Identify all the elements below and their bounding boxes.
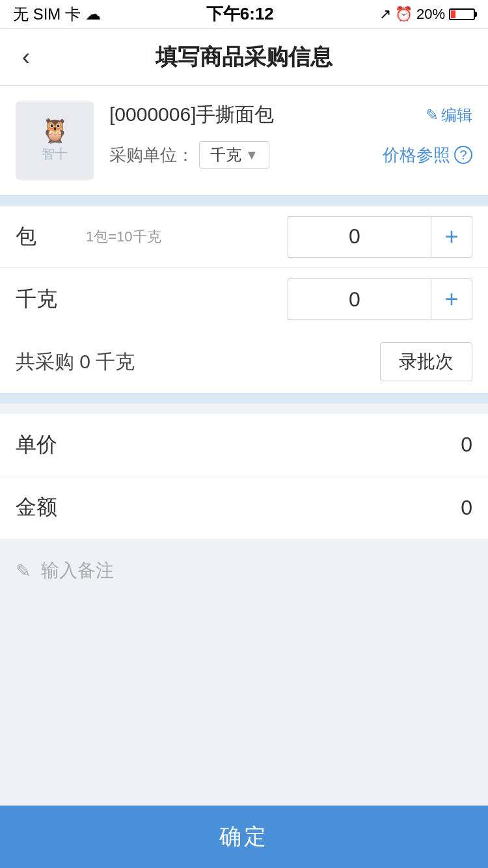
owl-icon: 🦉	[40, 119, 70, 142]
unit-price-label: 单价	[16, 431, 57, 459]
unit-price-row: 单价 0	[0, 414, 488, 476]
dropdown-icon: ▼	[245, 148, 258, 163]
product-name: [0000006]手撕面包	[109, 102, 274, 128]
kg-plus-button[interactable]: +	[431, 278, 472, 320]
edit-icon: ✎	[426, 106, 439, 124]
price-reference-button[interactable]: 价格参照 ?	[383, 144, 472, 167]
product-info: [0000006]手撕面包 ✎ 编辑 采购单位： 千克 ▼ 价格参照 ?	[109, 102, 472, 169]
brand-label: 智十	[42, 145, 68, 163]
kg-input-wrap: +	[288, 278, 472, 320]
unit-value: 千克	[210, 144, 241, 165]
alarm-icon: ⏰	[395, 6, 413, 23]
bag-sublabel: 1包=10千克	[86, 227, 288, 247]
product-name-row: [0000006]手撕面包 ✎ 编辑	[109, 102, 472, 128]
unit-row: 采购单位： 千克 ▼ 价格参照 ?	[109, 141, 472, 169]
product-code: [0000006]	[109, 103, 196, 125]
bag-input-row: 包 1包=10千克 +	[0, 206, 488, 268]
bag-label: 包	[16, 223, 81, 251]
confirm-btn-label: 确定	[219, 822, 269, 852]
batch-button[interactable]: 录批次	[380, 342, 472, 381]
pencil-icon: ✎	[16, 560, 31, 582]
bag-plus-button[interactable]: +	[431, 216, 472, 258]
kg-label: 千克	[16, 285, 81, 314]
summary-row: 共采购 0 千克 录批次	[0, 331, 488, 393]
amount-row: 金额 0	[0, 476, 488, 539]
sim-label: 无 SIM 卡 ☁	[13, 4, 101, 25]
status-right: ↗ ⏰ 20%	[379, 6, 475, 23]
kg-input[interactable]	[288, 278, 431, 320]
edit-label: 编辑	[441, 105, 472, 126]
product-thumbnail: 🦉 智十	[16, 102, 94, 180]
main-content: 🦉 智十 [0000006]手撕面包 ✎ 编辑 采购单位： 千克	[0, 86, 488, 868]
amount-label: 金额	[16, 493, 57, 522]
product-card: 🦉 智十 [0000006]手撕面包 ✎ 编辑 采购单位： 千克	[0, 86, 488, 195]
remarks-section[interactable]: ✎ 输入备注	[0, 540, 488, 601]
status-bar: 无 SIM 卡 ☁ 下午6:12 ↗ ⏰ 20%	[0, 0, 488, 29]
nav-bar: ‹ 填写商品采购信息	[0, 29, 488, 86]
location-icon: ↗	[379, 6, 391, 23]
amount-value: 0	[461, 496, 472, 520]
battery-percent: 20%	[416, 6, 445, 23]
unit-price-value: 0	[461, 433, 472, 457]
edit-button[interactable]: ✎ 编辑	[426, 105, 472, 126]
input-section: 包 1包=10千克 + 千克 +	[0, 206, 488, 331]
product-title: 手撕面包	[196, 103, 274, 125]
status-left: 无 SIM 卡 ☁	[13, 4, 101, 25]
bag-input-wrap: +	[288, 216, 472, 258]
kg-input-row: 千克 +	[0, 268, 488, 331]
confirm-button[interactable]: 确定	[0, 806, 488, 868]
divider-blue	[0, 195, 488, 206]
back-button[interactable]: ‹	[16, 37, 36, 77]
battery-icon	[449, 8, 475, 20]
divider-blue-2	[0, 393, 488, 403]
status-time: 下午6:12	[206, 3, 274, 25]
summary-text: 共采购 0 千克	[16, 349, 135, 375]
price-info-section: 单价 0 金额 0	[0, 414, 488, 539]
unit-label: 采购单位：	[109, 144, 194, 167]
help-icon: ?	[454, 146, 472, 164]
bag-input[interactable]	[288, 216, 431, 258]
page-title: 填写商品采购信息	[156, 42, 332, 72]
remarks-placeholder: 输入备注	[41, 558, 114, 583]
unit-select[interactable]: 千克 ▼	[199, 141, 269, 169]
price-ref-label: 价格参照	[383, 144, 450, 167]
